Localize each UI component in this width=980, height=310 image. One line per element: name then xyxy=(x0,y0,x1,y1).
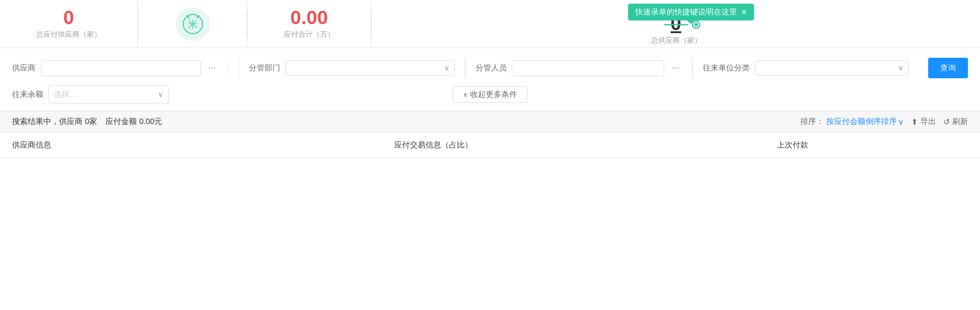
results-prefix: 搜索结果中，供应商 xyxy=(12,117,83,126)
payable-total-value: 0.00 xyxy=(291,8,328,27)
collapse-label: 收起更多条件 xyxy=(470,89,517,100)
export-button[interactable]: ⬆ 导出 xyxy=(911,116,936,127)
tooltip-close-btn[interactable]: × xyxy=(742,7,747,17)
person-field: 分管人员 ··· xyxy=(466,60,693,76)
department-dropdown[interactable]: ∨ xyxy=(285,60,456,76)
total-suppliers-label: 总供应商（家） xyxy=(651,36,702,46)
sort-control: 排序： 按应付会额倒序排序 ∨ xyxy=(800,116,904,127)
table-header: 供应商信息 应付交易信息（占比） 上次付款 xyxy=(0,132,980,158)
total-payable-suppliers-label: 总应付供应商（家） xyxy=(36,29,101,40)
payable-total-label: 应付合计（万） xyxy=(284,29,335,40)
supplier-label: 供应商 xyxy=(12,63,36,73)
results-summary: 搜索结果中，供应商 0家 应付金额 0.00元 xyxy=(12,116,162,127)
collapse-container: ∧ 收起更多条件 xyxy=(181,86,799,103)
icon-block: 米 xyxy=(139,0,247,48)
balance-chevron-icon: ∨ xyxy=(158,90,163,99)
tooltip-bubble: 快速录单的快捷键说明在这里 × xyxy=(628,4,754,20)
query-button[interactable]: 查询 xyxy=(928,58,968,78)
tooltip-wrapper: 快速录单的快捷键说明在这里 × xyxy=(628,4,754,28)
unit-label: 往来单位分类 xyxy=(703,63,750,73)
stats-bar: 0 总应付供应商（家） 米 0.00 应付合计（万） 快速录单的快捷键说明在这里 xyxy=(0,0,980,48)
sort-dropdown[interactable]: 按应付会额倒序排序 ∨ xyxy=(826,116,904,127)
supplier-icon: 米 xyxy=(176,7,210,41)
col-header-transaction-info: 应付交易信息（占比） xyxy=(394,140,776,150)
supplier-input[interactable] xyxy=(41,60,201,76)
results-bar: 搜索结果中，供应商 0家 应付金额 0.00元 排序： 按应付会额倒序排序 ∨ … xyxy=(0,111,980,132)
unit-dropdown[interactable]: ∨ xyxy=(755,60,909,76)
tooltip-text: 快速录单的快捷键说明在这里 xyxy=(635,7,737,17)
sort-chevron-icon: ∨ xyxy=(898,117,904,126)
export-label: 导出 xyxy=(920,116,936,127)
results-amount-label: 应付金额 xyxy=(105,117,137,126)
unit-chevron-icon: ∨ xyxy=(898,64,903,72)
results-actions: 排序： 按应付会额倒序排序 ∨ ⬆ 导出 ↺ 刷新 xyxy=(800,116,968,127)
candy-icon: 米 xyxy=(182,13,204,35)
refresh-button[interactable]: ↺ 刷新 xyxy=(943,116,968,127)
total-payable-suppliers-block: 0 总应付供应商（家） xyxy=(0,0,138,48)
col-header-last-payment: 上次付款 xyxy=(777,140,968,150)
search-bar: 供应商 ··· 分管部门 ∨ 分管人员 ··· 往来单位分类 ∨ xyxy=(0,48,980,111)
total-suppliers-section: 快速录单的快捷键说明在这里 × 0 总供应商（家） xyxy=(372,0,980,48)
unit-field: 往来单位分类 ∨ xyxy=(693,60,919,76)
col-label-transaction: 应付交易信息（占比） xyxy=(394,140,473,149)
payable-total-block: 0.00 应付合计（万） xyxy=(248,0,371,48)
refresh-icon: ↺ xyxy=(943,117,950,126)
balance-dropdown[interactable]: 选择... ∨ xyxy=(48,85,169,104)
results-amount-value: 0.00元 xyxy=(139,117,162,126)
department-field: 分管部门 ∨ xyxy=(239,60,466,76)
supplier-field: 供应商 ··· xyxy=(12,60,229,76)
collapse-button[interactable]: ∧ 收起更多条件 xyxy=(453,86,527,103)
balance-label: 往来余额 xyxy=(12,89,43,100)
person-input[interactable] xyxy=(512,60,664,76)
person-dots[interactable]: ··· xyxy=(669,63,682,73)
export-icon: ⬆ xyxy=(911,117,918,126)
col-header-supplier-info: 供应商信息 xyxy=(12,140,394,150)
search-row-2: 往来余额 选择... ∨ ∧ 收起更多条件 xyxy=(12,85,968,104)
supplier-dots[interactable]: ··· xyxy=(206,63,218,73)
search-row-1: 供应商 ··· 分管部门 ∨ 分管人员 ··· 往来单位分类 ∨ xyxy=(12,58,968,78)
department-label: 分管部门 xyxy=(249,63,280,73)
refresh-label: 刷新 xyxy=(952,116,968,127)
sort-value: 按应付会额倒序排序 xyxy=(826,116,897,127)
balance-placeholder: 选择... xyxy=(54,89,155,100)
collapse-chevron-icon: ∧ xyxy=(463,91,468,99)
table-body xyxy=(0,158,980,310)
person-label: 分管人员 xyxy=(476,63,507,73)
col-label-supplier: 供应商信息 xyxy=(12,140,51,149)
results-info: 搜索结果中，供应商 0家 应付金额 0.00元 xyxy=(12,116,162,127)
tooltip-line xyxy=(664,24,688,25)
results-supplier-count: 0家 xyxy=(85,117,97,126)
department-chevron-icon: ∨ xyxy=(444,64,450,72)
col-label-lastpay: 上次付款 xyxy=(777,140,808,149)
balance-field: 往来余额 选择... ∨ xyxy=(12,85,181,104)
total-payable-suppliers-value: 0 xyxy=(63,8,74,27)
svg-text:米: 米 xyxy=(188,19,198,29)
sort-label: 排序： xyxy=(800,116,824,127)
